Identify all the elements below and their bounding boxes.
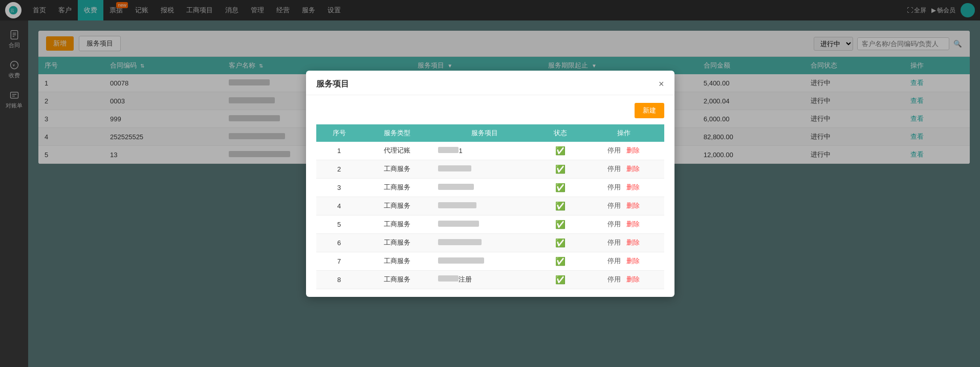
modal-cell-type: 工商服务: [362, 178, 432, 197]
modal-cell-status: ✅: [537, 270, 583, 289]
delete-button[interactable]: 删除: [626, 202, 640, 209]
delete-button[interactable]: 删除: [626, 275, 640, 283]
delete-button[interactable]: 删除: [626, 239, 640, 246]
modal-cell-action: 停用 删除: [583, 178, 664, 197]
modal-cell-type: 工商服务: [362, 270, 432, 289]
status-check-icon: ✅: [555, 146, 565, 155]
modal-cell-item: 1: [432, 142, 537, 160]
modal-cell-status: ✅: [537, 233, 583, 252]
modal-body: 新建 序号 服务类型 服务项目 状态 操作 1 代理记账 1 ✅ 停用: [306, 95, 674, 297]
modal-cell-seq: 2: [316, 160, 362, 178]
stop-button[interactable]: 停用: [607, 146, 621, 154]
modal-header: 服务项目 ×: [306, 71, 674, 95]
modal-cell-item: [432, 197, 537, 215]
modal-cell-action: 停用 删除: [583, 252, 664, 270]
status-check-icon: ✅: [555, 202, 565, 210]
stop-button[interactable]: 停用: [607, 239, 621, 246]
modal-col-seq: 序号: [316, 124, 362, 142]
modal-cell-status: ✅: [537, 142, 583, 160]
modal-table-row: 2 工商服务 ✅ 停用 删除: [316, 160, 664, 178]
modal-cell-type: 工商服务: [362, 197, 432, 215]
modal-cell-item: [432, 233, 537, 252]
modal-cell-action: 停用 删除: [583, 233, 664, 252]
modal-table-row: 1 代理记账 1 ✅ 停用 删除: [316, 142, 664, 160]
modal-cell-action: 停用 删除: [583, 270, 664, 289]
modal-close-button[interactable]: ×: [659, 79, 664, 90]
stop-button[interactable]: 停用: [607, 183, 621, 191]
status-check-icon: ✅: [555, 239, 565, 247]
modal-cell-item: [432, 252, 537, 270]
modal-table-row: 8 工商服务 注册 ✅ 停用 删除: [316, 270, 664, 289]
modal-table-row: 5 工商服务 ✅ 停用 删除: [316, 215, 664, 233]
stop-button[interactable]: 停用: [607, 257, 621, 265]
modal-cell-type: 代理记账: [362, 142, 432, 160]
stop-button[interactable]: 停用: [607, 220, 621, 228]
stop-button[interactable]: 停用: [607, 165, 621, 172]
delete-button[interactable]: 删除: [626, 165, 640, 172]
modal-cell-type: 工商服务: [362, 252, 432, 270]
modal-cell-seq: 1: [316, 142, 362, 160]
modal-toolbar: 新建: [316, 103, 664, 118]
delete-button[interactable]: 删除: [626, 220, 640, 228]
modal-cell-status: ✅: [537, 178, 583, 197]
modal-cell-seq: 5: [316, 215, 362, 233]
stop-button[interactable]: 停用: [607, 202, 621, 209]
modal-cell-item: 注册: [432, 270, 537, 289]
modal-table-body: 1 代理记账 1 ✅ 停用 删除 2 工商服务 ✅ 停用 删除 3 工商服务 ✅…: [316, 142, 664, 289]
modal-overlay[interactable]: 服务项目 × 新建 序号 服务类型 服务项目 状态 操作 1: [0, 0, 980, 367]
stop-button[interactable]: 停用: [607, 275, 621, 283]
status-check-icon: ✅: [555, 183, 565, 192]
modal-col-action: 操作: [583, 124, 664, 142]
modal-cell-item: [432, 215, 537, 233]
modal-cell-status: ✅: [537, 160, 583, 178]
modal-table: 序号 服务类型 服务项目 状态 操作 1 代理记账 1 ✅ 停用 删除 2 工商…: [316, 124, 664, 289]
modal-table-row: 3 工商服务 ✅ 停用 删除: [316, 178, 664, 197]
modal-table-header: 序号 服务类型 服务项目 状态 操作: [316, 124, 664, 142]
service-modal: 服务项目 × 新建 序号 服务类型 服务项目 状态 操作 1: [306, 71, 674, 297]
modal-table-row: 6 工商服务 ✅ 停用 删除: [316, 233, 664, 252]
modal-col-item: 服务项目: [432, 124, 537, 142]
delete-button[interactable]: 删除: [626, 146, 640, 154]
modal-cell-action: 停用 删除: [583, 142, 664, 160]
modal-cell-action: 停用 删除: [583, 215, 664, 233]
modal-cell-action: 停用 删除: [583, 160, 664, 178]
modal-cell-action: 停用 删除: [583, 197, 664, 215]
status-check-icon: ✅: [555, 220, 565, 229]
modal-cell-seq: 6: [316, 233, 362, 252]
modal-table-row: 4 工商服务 ✅ 停用 删除: [316, 197, 664, 215]
modal-cell-seq: 3: [316, 178, 362, 197]
status-check-icon: ✅: [555, 275, 565, 284]
modal-cell-seq: 8: [316, 270, 362, 289]
modal-col-type: 服务类型: [362, 124, 432, 142]
status-check-icon: ✅: [555, 257, 565, 266]
modal-cell-item: [432, 178, 537, 197]
modal-cell-status: ✅: [537, 252, 583, 270]
modal-cell-status: ✅: [537, 215, 583, 233]
modal-cell-type: 工商服务: [362, 233, 432, 252]
modal-cell-status: ✅: [537, 197, 583, 215]
modal-cell-seq: 4: [316, 197, 362, 215]
delete-button[interactable]: 删除: [626, 183, 640, 191]
status-check-icon: ✅: [555, 165, 565, 174]
modal-col-status: 状态: [537, 124, 583, 142]
modal-table-row: 7 工商服务 ✅ 停用 删除: [316, 252, 664, 270]
modal-title: 服务项目: [316, 79, 349, 90]
modal-cell-item: [432, 160, 537, 178]
delete-button[interactable]: 删除: [626, 257, 640, 265]
modal-cell-type: 工商服务: [362, 215, 432, 233]
modal-cell-type: 工商服务: [362, 160, 432, 178]
modal-cell-seq: 7: [316, 252, 362, 270]
modal-new-button[interactable]: 新建: [635, 103, 664, 118]
